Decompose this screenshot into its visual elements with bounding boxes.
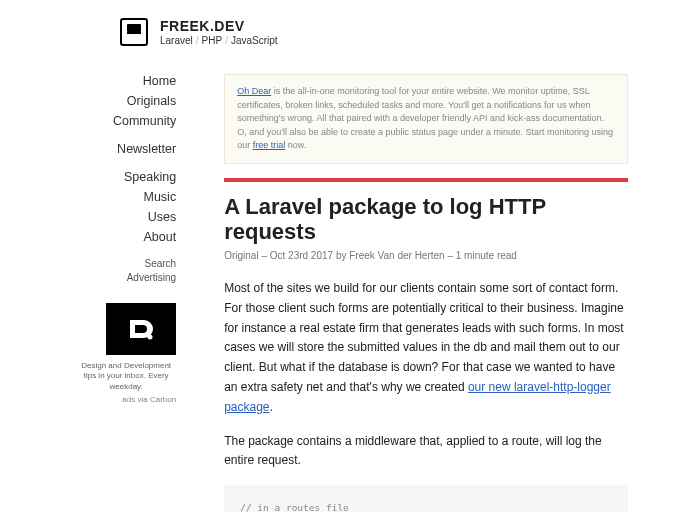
carbon-ad-image[interactable] <box>106 303 176 355</box>
nav-music[interactable]: Music <box>144 190 177 204</box>
nav-originals[interactable]: Originals <box>127 94 176 108</box>
carbon-ad-tag[interactable]: ads via Carbon <box>122 395 176 404</box>
logo-icon[interactable] <box>120 18 148 46</box>
site-header: FREEK.DEV Laravel/PHP/JavaScript <box>0 0 688 58</box>
site-title[interactable]: FREEK.DEV <box>160 18 278 34</box>
article-p1: Most of the sites we build for our clien… <box>224 279 628 418</box>
code-block: // in a routes file Route::post('/submit… <box>224 485 628 512</box>
promo-banner: Oh Dear is the all-in-one monitoring too… <box>224 74 628 164</box>
nav-search[interactable]: Search <box>144 258 176 269</box>
nav-community[interactable]: Community <box>113 114 176 128</box>
main-content: Oh Dear is the all-in-one monitoring too… <box>194 58 688 512</box>
nav-speaking[interactable]: Speaking <box>124 170 176 184</box>
nav-home[interactable]: Home <box>143 74 176 88</box>
carbon-ad-text[interactable]: Design and Development tips in your inbo… <box>76 361 176 392</box>
promo-link-ohdear[interactable]: Oh Dear <box>237 86 271 96</box>
promo-link-trial[interactable]: free trial <box>253 140 286 150</box>
nav-advertising[interactable]: Advertising <box>127 272 176 283</box>
nav-newsletter[interactable]: Newsletter <box>117 142 176 156</box>
site-subtitle: Laravel/PHP/JavaScript <box>160 35 278 46</box>
sidebar: Home Originals Community Newsletter Spea… <box>0 58 194 512</box>
svg-point-1 <box>148 335 153 340</box>
article-meta: Original – Oct 23rd 2017 by Freek Van de… <box>224 250 628 261</box>
nav-about[interactable]: About <box>143 230 176 244</box>
article-p2: The package contains a middleware that, … <box>224 432 628 472</box>
nav-uses[interactable]: Uses <box>148 210 176 224</box>
article-title: A Laravel package to log HTTP requests <box>224 194 628 245</box>
accent-bar <box>224 178 628 182</box>
